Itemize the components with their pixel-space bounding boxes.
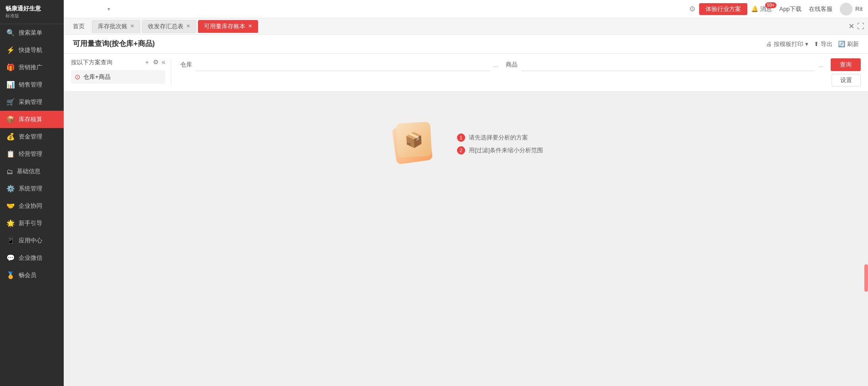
sidebar-label-inventory: 库存核算 [19, 115, 42, 124]
user-name: Rit [855, 5, 863, 12]
sidebar-icon-newbie: 🌟 [6, 219, 15, 227]
sidebar-label-marketing: 营销推广 [19, 63, 42, 72]
tab-available-ledger-close[interactable]: ✕ [248, 23, 252, 29]
notification-badge: 99+ [765, 2, 777, 8]
user-area[interactable]: Rit [840, 3, 863, 15]
right-scrollbar[interactable] [864, 264, 868, 292]
tab-batch-ledger[interactable]: 库存批次账 ✕ [92, 20, 140, 33]
scheme-item-warehouse-goods[interactable]: ⊙ 仓库+商品 [71, 70, 165, 84]
breadcrumb-chevron: ▾ [107, 6, 110, 12]
sidebar-icon-search: 🔍 [6, 29, 15, 37]
sidebar-item-basic[interactable]: 🗂基础信息 [0, 163, 64, 180]
tab-recv-summary-close[interactable]: ✕ [186, 23, 190, 29]
print-icon: 🖨 [766, 41, 772, 47]
sidebar-item-sales[interactable]: 📊销售管理 [0, 76, 64, 93]
breadcrumb-input[interactable] [69, 6, 106, 12]
expand-btn[interactable]: ⛶ [857, 22, 864, 31]
topbar: ▾ ⚙ 体验行业方案 🔔 99+ 消息 App下载 在线客服 Rit [64, 0, 868, 18]
sidebar-scroll: 🔍搜索菜单⚡快捷导航🎁营销推广📊销售管理🛒采购管理📦库存核算💰资金管理📋经营管理… [0, 24, 64, 386]
avatar [840, 3, 853, 15]
topbar-right: 🔔 99+ 消息 App下载 在线客服 Rit [751, 3, 863, 15]
add-scheme-btn[interactable]: ＋ [144, 58, 150, 67]
sidebar-item-inventory[interactable]: 📦库存核算 [0, 111, 64, 128]
sidebar-icon-quick-nav: ⚡ [6, 46, 15, 54]
sidebar-item-member[interactable]: 🏅畅会员 [0, 267, 64, 284]
sidebar-item-operation[interactable]: 📋经营管理 [0, 145, 64, 163]
warehouse-input[interactable] [196, 58, 490, 71]
sidebar-item-quick-nav[interactable]: ⚡快捷导航 [0, 41, 64, 59]
sidebar-icon-enterprise: 🤝 [6, 202, 15, 210]
sidebar-label-enterprise: 企业协同 [19, 202, 42, 210]
notification-btn[interactable]: 🔔 99+ 消息 [751, 5, 772, 13]
sidebar-icon-basic: 🗂 [6, 168, 13, 175]
sidebar-item-marketing[interactable]: 🎁营销推广 [0, 59, 64, 76]
empty-tips: 1 请先选择要分析的方案 2 用[过滤]条件来缩小分析范围 [457, 134, 543, 154]
sidebar-item-purchase[interactable]: 🛒采购管理 [0, 93, 64, 111]
refresh-action[interactable]: 🔄 刷新 [838, 40, 859, 48]
settings-btn[interactable]: 设置 [832, 74, 861, 87]
sidebar-icon-sales: 📊 [6, 81, 15, 89]
filter-field-goods: 商品 ... [506, 58, 824, 71]
export-action[interactable]: ⬆ 导出 [814, 40, 832, 48]
query-btn[interactable]: 查询 [831, 58, 861, 71]
tab-batch-ledger-label: 库存批次账 [98, 22, 127, 31]
gear-icon[interactable]: ⚙ [689, 5, 695, 13]
refresh-icon: 🔄 [838, 41, 845, 47]
goods-input[interactable] [521, 58, 815, 71]
sidebar-label-sales: 销售管理 [19, 81, 42, 89]
sidebar-label-appstore: 应用中心 [19, 237, 42, 245]
sidebar-item-finance[interactable]: 💰资金管理 [0, 128, 64, 145]
sidebar-label-purchase: 采购管理 [19, 98, 42, 106]
print-action[interactable]: 🖨 按模板打印 ▾ [766, 40, 808, 48]
filter-field-warehouse: 仓库 ... [180, 58, 498, 71]
scheme-header-label: 按以下方案查询 [71, 58, 112, 67]
app-download-link[interactable]: App下载 [779, 5, 802, 13]
sidebar-logo: 畅康通好生意 标准版 [0, 0, 64, 24]
sidebar-item-enterprise[interactable]: 🤝企业协同 [0, 197, 64, 215]
home-tab-label: 首页 [73, 22, 85, 31]
logo-title: 畅康通好生意 [5, 5, 58, 13]
sidebar-label-member: 畅会员 [19, 271, 36, 279]
page-title: 可用量查询(按仓库+商品) [73, 39, 155, 49]
tip-num-1: 1 [457, 134, 465, 142]
sidebar-icon-operation: 📋 [6, 150, 15, 158]
warehouse-more-btn[interactable]: ... [493, 62, 498, 68]
tip-num-2: 2 [457, 146, 465, 154]
filter-left: 按以下方案查询 ＋ ⚙ « ⊙ 仓库+商品 [71, 58, 171, 87]
filter-right: 仓库 ... 商品 ... [171, 58, 823, 87]
topbar-breadcrumb: ▾ [69, 6, 685, 12]
manage-scheme-btn[interactable]: ⚙ [153, 58, 159, 67]
sidebar-item-appstore[interactable]: 📱应用中心 [0, 232, 64, 249]
goods-more-btn[interactable]: ... [818, 62, 823, 68]
sidebar-item-wechat[interactable]: 💬企业微信 [0, 249, 64, 267]
scheme-item-label: 仓库+商品 [83, 73, 111, 81]
close-window-btn[interactable]: ✕ [848, 22, 854, 31]
sidebar-icon-finance: 💰 [6, 133, 15, 141]
tab-available-ledger[interactable]: 可用量库存账本 ✕ [198, 20, 258, 33]
page-actions: 🖨 按模板打印 ▾ ⬆ 导出 🔄 刷新 [766, 40, 859, 48]
tab-batch-ledger-close[interactable]: ✕ [130, 23, 134, 29]
sidebar-item-search[interactable]: 🔍搜索菜单 [0, 24, 64, 41]
notification-icon: 🔔 [751, 5, 758, 12]
tab-recv-summary-label: 收发存汇总表 [148, 22, 183, 31]
tip-text-2: 用[过滤]条件来缩小分析范围 [469, 146, 543, 154]
print-label: 按模板打印 [774, 40, 803, 48]
sidebar-label-finance: 资金管理 [19, 133, 42, 141]
online-service-link[interactable]: 在线客服 [809, 5, 832, 13]
tab-recv-summary[interactable]: 收发存汇总表 ✕ [142, 20, 196, 33]
tab-home[interactable]: 首页 [67, 20, 90, 33]
filter-row-1: 仓库 ... 商品 ... [180, 58, 823, 71]
sidebar-label-newbie: 新手引导 [19, 219, 42, 227]
empty-state: 📦 1 请先选择要分析的方案 2 用[过滤]条件来缩小分析范围 [64, 92, 868, 187]
sidebar-item-system[interactable]: ⚙️系统管理 [0, 180, 64, 197]
sidebar-label-search: 搜索菜单 [19, 29, 42, 37]
empty-box-icon: 📦 [404, 130, 423, 149]
collapse-scheme-btn[interactable]: « [162, 58, 165, 67]
sidebar-icon-appstore: 📱 [6, 237, 15, 245]
trial-btn[interactable]: 体验行业方案 [699, 3, 747, 15]
tabs-bar: 首页 库存批次账 ✕ 收发存汇总表 ✕ 可用量库存账本 ✕ ✕ ⛶ [64, 18, 868, 35]
sidebar-icon-inventory: 📦 [6, 115, 15, 124]
sidebar-item-newbie[interactable]: 🌟新手引导 [0, 215, 64, 232]
filter-area: 按以下方案查询 ＋ ⚙ « ⊙ 仓库+商品 仓库 [64, 54, 868, 92]
empty-state-body: 📦 1 请先选择要分析的方案 2 用[过滤]条件来缩小分析范围 [389, 119, 543, 169]
